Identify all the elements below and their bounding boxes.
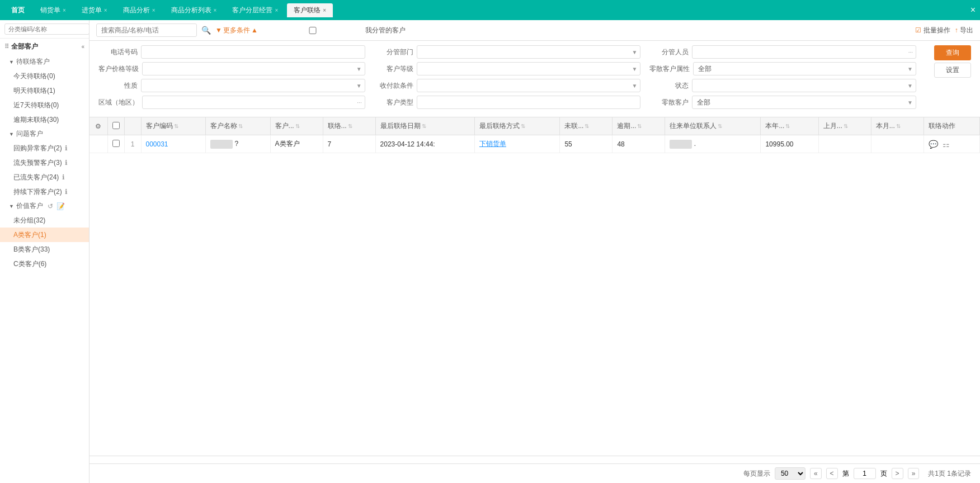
name-gray-block — [210, 140, 233, 149]
page-size-select[interactable]: 50 100 200 — [775, 467, 805, 480]
close-goods-analysis-list-icon[interactable]: × — [214, 7, 217, 13]
close-purchase-icon[interactable]: × — [104, 7, 107, 13]
sidebar-collapse-icon[interactable]: « — [81, 44, 84, 50]
sort-name-icon[interactable]: ⇅ — [238, 123, 243, 129]
sidebar-item-abnormal-repurchase[interactable]: 回购异常客户(2) ℹ — [0, 141, 89, 155]
nav-sales[interactable]: 销货单 × — [34, 3, 73, 17]
all-customers-header[interactable]: ⠿ 全部客户 « — [0, 39, 89, 55]
sort-overdue-icon[interactable]: ⇅ — [637, 123, 642, 129]
advanced-filter-panel: 电话号码 分管部门 ▼ — [89, 41, 980, 117]
sort-this-month-icon[interactable]: ⇅ — [896, 123, 901, 129]
filter-bar: 🔍 ▼ 更多条件 ▲ 我分管的客户 ☑ 批量操作 ↑ 导出 — [89, 20, 980, 41]
sort-type-icon[interactable]: ⇅ — [295, 123, 300, 129]
sidebar-search-input[interactable] — [4, 23, 89, 35]
nav-purchase[interactable]: 进货单 × — [75, 3, 114, 17]
first-page-button[interactable]: « — [810, 468, 822, 479]
sort-contact-icon[interactable]: ⇅ — [348, 123, 352, 129]
sort-last-month-icon[interactable]: ⇅ — [844, 123, 848, 129]
close-customer-tier-icon[interactable]: × — [275, 7, 278, 13]
sidebar-item-churn-warning[interactable]: 流失预警客户(3) ℹ — [0, 155, 89, 170]
filter-price-level-select[interactable] — [142, 62, 365, 75]
search-input[interactable] — [96, 23, 197, 37]
sidebar-item-class-b[interactable]: B类客户(33) — [0, 242, 89, 257]
nav-customer-tier[interactable]: 客户分层经营 × — [225, 3, 285, 17]
nav-customer-contact[interactable]: 客户联络 × — [287, 3, 333, 17]
last-method-link[interactable]: 下销货单 — [479, 140, 506, 148]
search-button[interactable]: 🔍 — [201, 26, 211, 35]
sidebar-item-class-a[interactable]: A类客户(1) — [0, 228, 89, 242]
sort-unit-contact-icon[interactable]: ⇅ — [718, 123, 722, 129]
filter-label-customer-type: 客户类型 — [374, 98, 413, 107]
filter-phone-input[interactable] — [141, 45, 365, 59]
col-checkbox — [107, 117, 124, 135]
my-customer-check[interactable] — [262, 27, 363, 34]
close-sales-icon[interactable]: × — [63, 7, 66, 13]
col-settings[interactable]: ⚙ — [89, 117, 107, 135]
row-last-method[interactable]: 下销货单 — [474, 135, 560, 153]
filter-dept-select[interactable] — [417, 45, 641, 59]
close-customer-contact-icon[interactable]: × — [323, 7, 326, 13]
row-this-year: 10995.00 — [761, 135, 818, 153]
nav-goods-analysis-list[interactable]: 商品分析列表 × — [164, 3, 224, 17]
close-all-button[interactable]: × — [970, 5, 976, 15]
col-contact: 联络... ⇅ — [323, 117, 375, 135]
filter-person-wrap: ··· — [692, 45, 916, 59]
prev-page-button[interactable]: < — [826, 468, 838, 479]
query-button[interactable]: 查询 — [934, 45, 971, 60]
my-customer-checkbox[interactable]: 我分管的客户 — [262, 26, 406, 35]
chat-icon[interactable]: 💬 — [929, 140, 938, 149]
row-not-contact: 55 — [560, 135, 613, 153]
batch-action-button[interactable]: ☑ 批量操作 — [915, 26, 950, 35]
next-page-button[interactable]: > — [892, 468, 903, 479]
sort-code-icon[interactable]: ⇅ — [174, 123, 178, 129]
sidebar-item-today-contact[interactable]: 今天待联络(0) — [0, 69, 89, 83]
row-checkbox-cell — [107, 135, 124, 153]
group-value-customer[interactable]: ▼ 价值客户 ↺ 📝 — [0, 199, 89, 213]
filter-region-input[interactable] — [142, 96, 365, 109]
sort-last-date-icon[interactable]: ⇅ — [422, 123, 426, 129]
close-goods-analysis-icon[interactable]: × — [152, 7, 156, 13]
filter-payment-select[interactable] — [417, 79, 641, 92]
sort-not-contact-icon[interactable]: ⇅ — [585, 123, 589, 129]
col-last-date: 最后联络日期 ⇅ — [375, 117, 474, 135]
page-label-before: 第 — [842, 469, 849, 479]
horizontal-scrollbar[interactable] — [89, 456, 980, 463]
qr-icon[interactable]: ⚏ — [943, 140, 950, 149]
filter-cell-phone: 电话号码 — [98, 45, 365, 59]
filter-customer-level-select[interactable] — [417, 62, 641, 75]
group-pending-contact[interactable]: ▼ 待联络客户 — [0, 55, 89, 69]
row-checkbox[interactable] — [112, 140, 120, 147]
sidebar-item-7days-contact[interactable]: 近7天待联络(0) — [0, 98, 89, 112]
filter-label-retail: 零散客户 — [649, 98, 689, 107]
group-problem-customer[interactable]: ▼ 问题客户 — [0, 127, 89, 141]
select-all-checkbox[interactable] — [112, 122, 120, 129]
filter-nature-select[interactable] — [141, 79, 365, 92]
content-area: 🔍 ▼ 更多条件 ▲ 我分管的客户 ☑ 批量操作 ↑ 导出 — [89, 20, 980, 483]
more-filters-button[interactable]: ▼ 更多条件 ▲ — [215, 26, 258, 35]
setting-button[interactable]: 设置 — [934, 63, 971, 78]
export-button[interactable]: ↑ 导出 — [955, 26, 973, 35]
sidebar-item-class-c[interactable]: C类客户(6) — [0, 257, 89, 271]
sidebar-item-unclassified[interactable]: 未分组(32) — [0, 213, 89, 228]
filter-retail-attr-select[interactable]: 全部 — [693, 62, 916, 75]
sort-this-year-icon[interactable]: ⇅ — [785, 123, 790, 129]
filter-person-input[interactable] — [692, 45, 916, 59]
nav-goods-analysis[interactable]: 商品分析 × — [116, 3, 162, 17]
row-this-month — [871, 135, 924, 153]
page-number-input[interactable] — [854, 468, 876, 479]
last-page-button[interactable]: » — [908, 468, 920, 479]
sidebar-item-tomorrow-contact[interactable]: 明天待联络(1) — [0, 83, 89, 98]
col-unit-contact: 往来单位联系人 ⇅ — [665, 117, 761, 135]
filter-status-select[interactable] — [692, 79, 916, 92]
filter-cell-person: 分管人员 ··· — [649, 45, 916, 59]
row-last-date: 2023-04-12 14:44: — [375, 135, 474, 153]
sidebar-item-churned[interactable]: 已流失客户(24) ℹ — [0, 170, 89, 184]
sidebar-item-declining[interactable]: 持续下滑客户(2) ℹ — [0, 184, 89, 199]
sort-last-method-icon[interactable]: ⇅ — [521, 123, 525, 129]
nav-home[interactable]: 首页 — [4, 3, 31, 17]
filter-row-4: 区域（地区） ··· 客户类型 — [98, 96, 916, 109]
filter-retail-select[interactable]: 全部 — [692, 96, 916, 109]
sidebar-item-overdue-contact[interactable]: 逾期未联络(30) — [0, 112, 89, 127]
filter-customer-type-input[interactable] — [417, 96, 641, 109]
row-code[interactable]: 000031 — [141, 135, 206, 153]
